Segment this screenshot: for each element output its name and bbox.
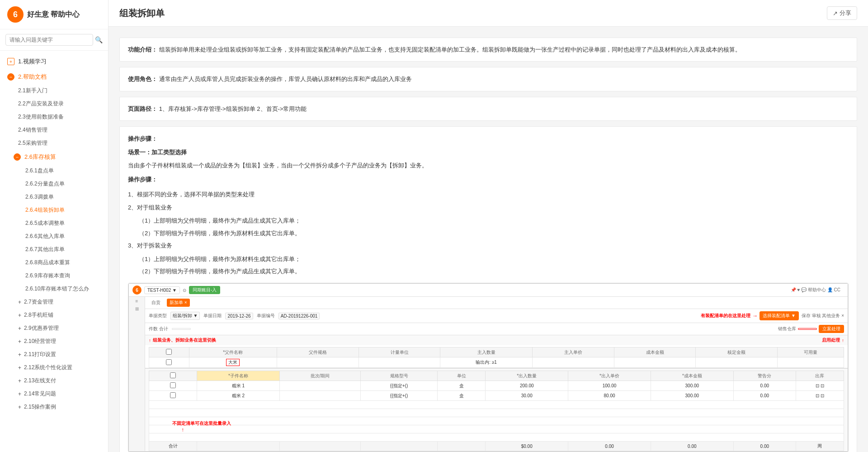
- lower-col-unit: 单位: [438, 371, 486, 381]
- app-form-row2: 件数 合计 销售仓库 立案处理: [145, 323, 848, 335]
- upper-table-header-row: *父件名称 父件规格 计量单位 主入数量 主入单价 成本金额 核定金额 可用量: [149, 347, 844, 357]
- sidebar-item-2-6-5[interactable]: 2.6.5成本调整单: [0, 217, 108, 230]
- expand-icon: +: [7, 58, 14, 65]
- enable-btn[interactable]: 立案处理: [819, 325, 844, 333]
- sidebar-item-2-14[interactable]: + 2.14常见问题: [0, 387, 108, 400]
- sidebar-item-2-7[interactable]: + 2.7资金管理: [0, 295, 108, 309]
- annotation1-text: 有装配清单的在这里处理: [701, 313, 750, 319]
- lower-table-header-row: *子件名称 批次/期间 规格型号 单位 *出入数量 *出入单价 *成本金额 警告…: [149, 371, 844, 381]
- sidebar-item-2-6-7[interactable]: 2.6.7其他出库单: [0, 243, 108, 256]
- sidebar-item-2-3[interactable]: 2.3使用前数据准备: [0, 110, 108, 124]
- nav-item-2-6[interactable]: − 2.6库存核算: [0, 150, 108, 164]
- footer-price: 0.00: [568, 442, 651, 451]
- step3-sub1: （1）上部明细为父件明细，最终作为原材料生成其它出库单；: [128, 254, 849, 264]
- annotation2-arrow: ↑: [149, 338, 151, 343]
- select-all-checkbox[interactable]: [166, 349, 172, 355]
- sidebar-item-2-6-2[interactable]: 2.6.2分量盘点单: [0, 177, 108, 190]
- col-qty: 主入数量: [440, 347, 532, 357]
- role-label: 使用角色：: [128, 76, 157, 82]
- info-block-role: 使用角色： 通常由生产人员或库管人员完成折装业务的操作，库管人员确认原材料的出库…: [119, 67, 857, 91]
- l-r2-check[interactable]: [170, 392, 176, 398]
- step2-sub1: （1）上部明细为父件明细，最终作为产成品生成其它入库单；: [128, 215, 849, 226]
- row1-check[interactable]: [166, 359, 172, 365]
- topbar-icons: 📌 ♥ 💬 帮助中心 👤 CC: [791, 287, 840, 293]
- annotation1-arrow: →: [752, 313, 758, 319]
- sidebar-item-2-6-8[interactable]: 2.6.8商品成本重算: [0, 256, 108, 269]
- sidebar-item-2-11[interactable]: + 2.11打印设置: [0, 348, 108, 361]
- search-area: 🔍: [0, 29, 108, 51]
- nav-group-helpdocs: − 2.帮助文档 2.1新手入门 2.2产品安装及登录 2.3使用前数据准备 2…: [0, 70, 108, 414]
- lower-row6: [149, 425, 844, 433]
- footer-cost: 0.00: [651, 442, 733, 451]
- sidebar-item-2-2[interactable]: 2.2产品安装及登录: [0, 97, 108, 110]
- sidebar-item-2-6-6[interactable]: 2.6.6其他入库单: [0, 230, 108, 243]
- share-button[interactable]: ↗ 分享: [827, 6, 857, 20]
- l-r2-batch: [279, 391, 360, 401]
- col-parent-spec: 父件规格: [277, 347, 359, 357]
- sidebar-item-2-13[interactable]: + 2.13在线支付: [0, 374, 108, 387]
- sidebar-item-2-1[interactable]: 2.1新手入门: [0, 84, 108, 97]
- topbar-spacer: ⊙: [183, 288, 186, 293]
- sidebar-item-2-6-3[interactable]: 2.6.3调拨单: [0, 190, 108, 204]
- l-r4-empty: [149, 409, 844, 417]
- sidebar-item-2-4[interactable]: 2.4销售管理: [0, 124, 108, 137]
- main-area: 组装拆卸单 ↗ 分享 功能介绍： 组装拆卸单用来处理企业组装或拆卸等加工业务，支…: [108, 0, 868, 452]
- company-dropdown: TEST-H002 ▼: [144, 286, 180, 294]
- col-approved: 核定金额: [696, 347, 778, 357]
- search-input[interactable]: [5, 34, 93, 46]
- col-available: 可用量: [778, 347, 844, 357]
- app-main-panel: 自贡 新加单 × 单据类型 组装/拆卸 ▼ 单据日期 2019-12-26 单据…: [145, 297, 848, 451]
- footer-out: 周: [796, 442, 844, 451]
- nav-group-videos: + 1.视频学习: [0, 54, 108, 69]
- lower-col-name: *子件名称: [197, 371, 280, 381]
- lower-row1: 糯米 1 {{指定+() 盒 200.00 100.00 300.00 0.00: [149, 381, 844, 391]
- sidebar-item-2-6-9[interactable]: 2.6.9库存账本查询: [0, 269, 108, 282]
- annotation4-arrow: ↑: [181, 427, 184, 433]
- lower-select-all[interactable]: [170, 372, 176, 378]
- sidebar-item-2-6-10[interactable]: 2.6.10库存账本错了怎么办: [0, 282, 108, 295]
- nav-item-videos[interactable]: + 1.视频学习: [0, 54, 108, 69]
- expand-2-7-icon: +: [18, 299, 21, 305]
- sidebar-item-2-15[interactable]: + 2.15操作案例: [0, 400, 108, 414]
- sidebar-item-2-6-4[interactable]: 2.6.4组装拆卸单: [0, 204, 108, 217]
- l-r1-check[interactable]: [170, 382, 176, 388]
- sidebar-item-2-6-1[interactable]: 2.6.1盘点单: [0, 164, 108, 177]
- sidebar-item-2-12[interactable]: + 2.12系统个性化设置: [0, 361, 108, 374]
- app-sidebar-icons: ≡ ⊞: [129, 297, 145, 451]
- app-logo: 6: [132, 285, 142, 295]
- sidebar-item-2-10[interactable]: + 2.10经营管理: [0, 335, 108, 348]
- footer-empty3: [361, 442, 438, 451]
- l-r2-unit: 盒: [438, 391, 486, 401]
- form-label-type: 单据类型: [149, 313, 167, 319]
- l-r1-cb: [149, 381, 197, 391]
- l-r6-empty: [149, 425, 844, 433]
- search-icon[interactable]: 🔍: [95, 36, 103, 43]
- step-list: 1、根据不同的业务，选择不同单据的类型来处理 2、对于组装业务 （1）上部明细为…: [128, 189, 849, 277]
- l-r2-cost: 300.00: [651, 391, 733, 401]
- annotation3-text: 启用处理: [822, 337, 840, 343]
- app-screenshot: 6 TEST-H002 ▼ ⊙ 同期账目-入 📌 ♥ 💬 帮助中心 👤 CC ≡…: [128, 283, 848, 452]
- expand-2-13-icon: +: [18, 378, 21, 384]
- row1-name-input: 大米: [226, 359, 240, 366]
- l-r1-qty: 200.00: [486, 381, 568, 391]
- col-parent-name: *父件名称: [189, 347, 277, 357]
- step3-sub2: （2）下部明细为子件明细，最终作为产成品生成其它入库单。: [128, 266, 849, 276]
- expand-2-10-icon: +: [18, 338, 21, 345]
- lower-table: *子件名称 批次/期间 规格型号 单位 *出入数量 *出入单价 *成本金额 警告…: [149, 371, 844, 451]
- row1-unit: [359, 357, 440, 368]
- lower-col-spec: 规格型号: [361, 371, 438, 381]
- l-r2-cb: [149, 391, 197, 401]
- sidebar-item-2-5[interactable]: 2.5采购管理: [0, 137, 108, 150]
- scenario1-title: 场景一：加工类型选择: [128, 148, 849, 157]
- steps-section: 操作步骤： 场景一：加工类型选择 当由多个子件材料组装成一个成品的业务为【组装】…: [119, 126, 857, 452]
- sidebar-item-2-9[interactable]: + 2.9优惠券管理: [0, 322, 108, 335]
- l-r2-warn: 0.00: [733, 391, 796, 401]
- lower-col-cost: *成本金额: [651, 371, 733, 381]
- upper-table: *父件名称 父件规格 计量单位 主入数量 主入单价 成本金额 核定金额 可用量: [149, 347, 844, 368]
- lower-col-qty: *出入数量: [486, 371, 568, 381]
- annotation4-text: 不固定清单可在这里批量录入: [172, 420, 231, 427]
- l-r1-batch: [279, 381, 360, 391]
- sidebar-item-2-8[interactable]: + 2.8手机旺铺: [0, 309, 108, 322]
- nav-item-helpdocs[interactable]: − 2.帮助文档: [0, 70, 108, 84]
- expand-2-14-icon: +: [18, 391, 21, 397]
